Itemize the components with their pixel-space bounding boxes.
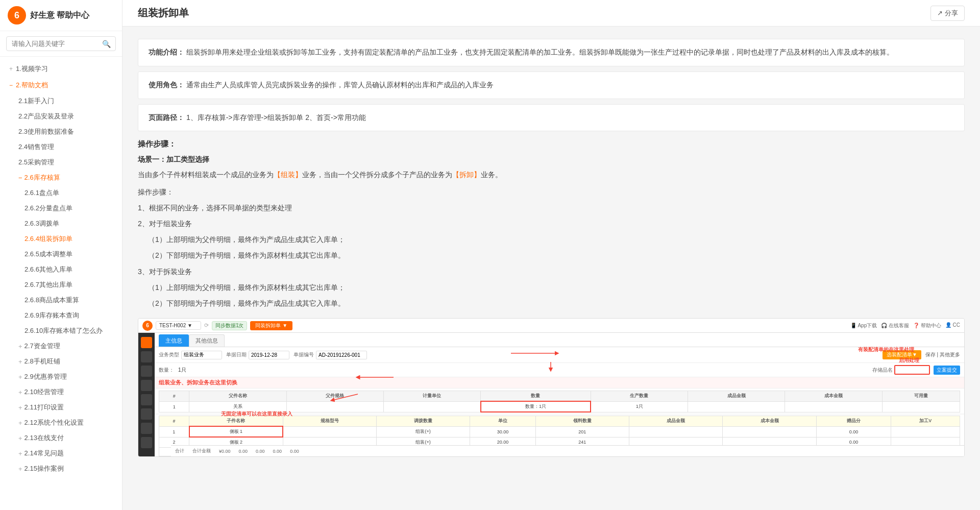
nav-label: 2.6.5成本调整单 xyxy=(24,250,72,259)
sub-th-spec: 规格型号 xyxy=(283,416,376,427)
step3-sub1: （1）上部明细为父件明细，最终作为原材料生成其它出库单； xyxy=(138,281,965,294)
nav-label: 2.9优惠券管理 xyxy=(24,372,67,381)
sub-td-pickup: 201 xyxy=(535,426,629,437)
sub-th-gift: 赠品分 xyxy=(816,416,891,427)
expand-icon: + xyxy=(18,450,22,457)
role-text: 通常由生产人员或库管人员完成拆装业务的操作，库管人员确认原材料的出库和产成品的入… xyxy=(186,81,494,89)
sub-td-name: 侧板 1 xyxy=(189,426,283,437)
sidebar-item-faq[interactable]: + 2.14常见问题 xyxy=(0,446,122,461)
sub-td-transfer: 组装(+) xyxy=(376,426,470,437)
sidebar-item-print[interactable]: + 2.11打印设置 xyxy=(0,400,122,415)
sc-warehouse-area: 启用处理 存储品名 立案提交 xyxy=(872,365,960,375)
page-title: 组装拆卸单 xyxy=(138,6,189,20)
step1: 1、根据不同的业务，选择不同单据的类型来处理 xyxy=(138,202,965,214)
sub-td-spec xyxy=(283,426,376,437)
nav-label: 2.6.2分量盘点单 xyxy=(24,204,72,213)
expand-icon: + xyxy=(18,358,22,366)
sc-total-val2: 0.00 xyxy=(239,449,248,454)
app-title: 好生意 帮助中心 xyxy=(30,10,89,21)
sidebar: 6 好生意 帮助中心 🔍 + 1.视频学习 − 2.帮助文档 2.1新手入门 2… xyxy=(0,0,122,510)
sidebar-item-sales[interactable]: 2.4销售管理 xyxy=(0,139,122,155)
share-icon: ↗ xyxy=(937,9,943,17)
step3-sub2: （2）下部明细为子件明细，最终作为产成品生成其它入库单。 xyxy=(138,297,965,310)
top-bar: 组装拆卸单 ↗ 分享 xyxy=(122,0,980,27)
sub-th-cost: 成本金额 xyxy=(723,416,816,427)
sidebar-item-operation[interactable]: + 2.10经营管理 xyxy=(0,384,122,400)
share-button[interactable]: ↗ 分享 xyxy=(930,6,965,21)
scene1-title: 场景一：加工类型选择 xyxy=(138,155,965,164)
sc-tab-other: 其他信息 xyxy=(189,334,225,347)
nav-label: 2.14常见问题 xyxy=(24,449,64,458)
sidebar-item-count2[interactable]: 2.6.2分量盘点单 xyxy=(0,201,122,216)
sidebar-item-mobile[interactable]: + 2.8手机旺铺 xyxy=(0,354,122,369)
intro-label: 功能介绍： xyxy=(149,48,184,56)
sc-tab-main: 主信息 xyxy=(159,334,189,347)
sc-nav-btn: 同装拆卸单 ▼ xyxy=(250,321,292,330)
td-qty: 数量：1只 xyxy=(481,401,591,412)
annotation1-text: 有装配清单的在这里处理 xyxy=(858,346,914,353)
sidebar-item-cost[interactable]: 2.6.5成本调整单 xyxy=(0,247,122,262)
nav-label: 2.6.9库存账本查询 xyxy=(24,311,79,320)
sc-total-val4: 0.00 xyxy=(273,449,282,454)
th-parent-name: 父件名称 xyxy=(189,391,286,402)
nav-label: 2.8手机旺铺 xyxy=(24,357,60,366)
expand-icon: + xyxy=(9,65,13,72)
sc-form-area: 业务类型 单据日期 单据编号 有装配清单的在 xyxy=(155,347,964,363)
sc-warehouse-label: 存储品名 xyxy=(872,367,893,373)
sc-sidebar-icon3 xyxy=(141,380,152,391)
search-box[interactable]: 🔍 xyxy=(0,31,122,57)
sub-table-row: 1 侧板 1 组装(+) 30.00 201 0.00 xyxy=(159,426,960,437)
sidebar-item-other-out[interactable]: 2.6.7其他出库单 xyxy=(0,277,122,293)
sidebar-item-adjust[interactable]: 2.6.3调拨单 xyxy=(0,216,122,231)
sidebar-item-cases[interactable]: + 2.15操作案例 xyxy=(0,461,122,476)
nav-label: 2.6.3调拨单 xyxy=(24,219,59,228)
sc-qty-value: 1只 xyxy=(178,367,186,374)
sidebar-item-assemble[interactable]: 2.6.4组装拆卸单 xyxy=(0,231,122,247)
share-label: 分享 xyxy=(945,9,958,18)
intro-block: 功能介绍： 组装拆卸单用来处理企业组装或拆卸等加工业务，支持有固定装配清单的产品… xyxy=(138,39,965,66)
sidebar-item-system[interactable]: + 2.12系统个性化设置 xyxy=(0,415,122,430)
th-parent-spec: 父件规格 xyxy=(286,391,383,402)
sidebar-item-purchase[interactable]: 2.5采购管理 xyxy=(0,155,122,170)
td-prod-amount xyxy=(688,401,785,412)
sidebar-item-video[interactable]: + 1.视频学习 xyxy=(0,61,122,77)
sc-annotation-area: 有装配清单的在这里处理 选装配清单▼ 保存 | 其他更多 xyxy=(883,350,960,359)
sub-td-prod xyxy=(629,426,723,437)
sc-type-switch-row: 组装业务、拆卸业务在这里切换 xyxy=(155,377,964,388)
sidebar-item-coupon[interactable]: + 2.9优惠券管理 xyxy=(0,369,122,384)
sidebar-item-new[interactable]: 2.1新手入门 xyxy=(0,93,122,109)
annotation2-text: 组装业务、拆卸业务在这里切换 xyxy=(159,379,237,386)
sub-td-process xyxy=(891,426,960,437)
th-qty: 数量 xyxy=(481,391,591,402)
nav-label: 2.6.4组装拆卸单 xyxy=(24,234,72,244)
role-label: 使用角色： xyxy=(149,81,184,89)
sidebar-item-inventory[interactable]: − 2.6库存核算 xyxy=(0,170,122,185)
expand-icon: + xyxy=(18,465,22,473)
nav-label: 2.1新手入门 xyxy=(18,96,54,106)
sidebar-item-stock-check[interactable]: 2.6.9库存账本查询 xyxy=(0,308,122,323)
nav-label: 2.10经营管理 xyxy=(24,387,64,397)
sidebar-item-count[interactable]: 2.6.1盘点单 xyxy=(0,185,122,201)
assemble-highlight: 【组装】 xyxy=(274,171,302,179)
sub-th-unit: 单位 xyxy=(470,416,535,427)
sidebar-item-payment[interactable]: + 2.13在线支付 xyxy=(0,430,122,446)
sidebar-item-cost-calc[interactable]: 2.6.8商品成本重算 xyxy=(0,293,122,308)
sidebar-item-docs[interactable]: − 2.帮助文档 xyxy=(0,77,122,93)
sidebar-item-stock-err[interactable]: 2.6.10库存账本错了怎么办 xyxy=(0,323,122,338)
nav-label: 2.6.10库存账本错了怎么办 xyxy=(24,326,103,335)
sc-field-date: 单据日期 xyxy=(226,351,289,359)
sc-tabs: 主信息 其他信息 xyxy=(155,333,964,347)
search-input[interactable] xyxy=(6,36,116,51)
td-cost-amount xyxy=(785,401,882,412)
scene1-desc: 当由多个子件材料组装成一个成品的业务为【组装】业务，当由一个父件拆分成多个子产品… xyxy=(138,168,965,181)
sc-type-label: 业务类型 xyxy=(159,351,179,358)
sidebar-item-data[interactable]: 2.3使用前数据准备 xyxy=(0,124,122,139)
step2-sub2: （2）下部明细为子件明细，最终作为原材料生成其它出库单。 xyxy=(138,249,965,262)
nav-label: 2.2产品安装及登录 xyxy=(18,112,74,121)
sidebar-item-other-in[interactable]: 2.6.6其他入库单 xyxy=(0,262,122,277)
sidebar-item-finance[interactable]: + 2.7资金管理 xyxy=(0,338,122,354)
sc-order-input xyxy=(316,351,367,359)
sc-sidebar-icon6 xyxy=(141,423,152,434)
sc-parent-table: # 父件名称 父件规格 计量单位 数量 生产数量 成品金额 成本金额 可用量 xyxy=(159,391,960,412)
sidebar-item-install[interactable]: 2.2产品安装及登录 xyxy=(0,109,122,124)
